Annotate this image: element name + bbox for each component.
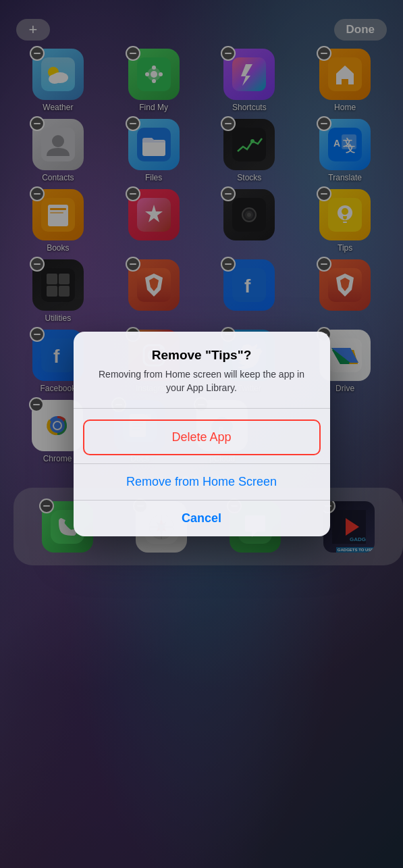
cancel-button[interactable]: Cancel xyxy=(74,501,330,536)
dialog-content: Remove "Tips"? Removing from Home screen… xyxy=(74,332,330,394)
remove-tips-dialog: Remove "Tips"? Removing from Home screen… xyxy=(74,332,330,536)
remove-from-home-button[interactable]: Remove from Home Screen xyxy=(74,464,330,500)
dialog-title: Remove "Tips"? xyxy=(87,348,317,363)
delete-btn-container: Delete App xyxy=(74,409,330,463)
dialog-message: Removing from Home screen will keep the … xyxy=(87,368,317,394)
delete-app-button[interactable]: Delete App xyxy=(83,419,321,455)
dialog-overlay: Remove "Tips"? Removing from Home screen… xyxy=(0,0,403,868)
